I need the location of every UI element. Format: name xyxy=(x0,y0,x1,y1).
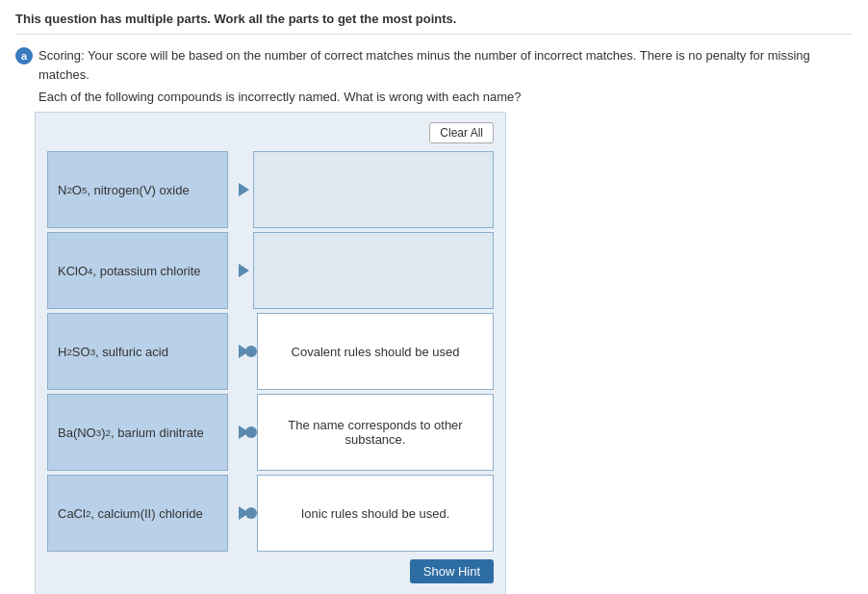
question-prompt: Each of the following compounds is incor… xyxy=(38,90,853,104)
target-item-2[interactable] xyxy=(253,232,494,309)
arrow-kclo4 xyxy=(228,264,249,277)
top-notice: This question has multiple parts. Work a… xyxy=(15,12,853,35)
target-item-3[interactable]: Covalent rules should be used xyxy=(257,313,494,390)
source-row-h2so3[interactable]: H2SO3, sulfuric acid xyxy=(47,313,249,390)
source-item-n2o5[interactable]: N2O5, nitrogen(V) oxide xyxy=(47,151,228,228)
source-row-cacl2[interactable]: CaCl2, calcium(II) chloride xyxy=(47,475,249,552)
match-container: Clear All N2O5, nitrogen(V) oxide KClO xyxy=(35,112,506,594)
target-row-5[interactable]: Ionic rules should be used. xyxy=(253,475,494,552)
source-row-bano3[interactable]: Ba(NO3)2, barium dinitrate xyxy=(47,394,249,471)
source-item-cacl2[interactable]: CaCl2, calcium(II) chloride xyxy=(47,475,228,552)
target-item-5[interactable]: Ionic rules should be used. xyxy=(257,475,494,552)
source-row-n2o5[interactable]: N2O5, nitrogen(V) oxide xyxy=(47,151,249,228)
dot-connector-3 xyxy=(245,346,257,357)
target-row-4[interactable]: The name corresponds to other substance. xyxy=(253,394,494,471)
target-item-1[interactable] xyxy=(253,151,494,228)
match-area: N2O5, nitrogen(V) oxide KClO4, potassium… xyxy=(47,151,494,554)
source-item-kclo4[interactable]: KClO4, potassium chlorite xyxy=(47,232,228,309)
target-row-2[interactable] xyxy=(253,232,494,309)
arrow-n2o5 xyxy=(228,183,249,196)
target-row-3[interactable]: Covalent rules should be used xyxy=(253,313,494,390)
source-row-kclo4[interactable]: KClO4, potassium chlorite xyxy=(47,232,249,309)
target-item-4[interactable]: The name corresponds to other substance. xyxy=(257,394,494,471)
badge-a: a xyxy=(15,47,33,65)
scoring-text: Scoring: Your score will be based on the… xyxy=(38,46,853,84)
source-item-bano3[interactable]: Ba(NO3)2, barium dinitrate xyxy=(47,394,228,471)
dot-connector-5 xyxy=(245,507,257,519)
source-item-h2so3[interactable]: H2SO3, sulfuric acid xyxy=(47,313,228,390)
dot-connector-4 xyxy=(245,426,257,438)
clear-all-button[interactable]: Clear All xyxy=(429,122,494,143)
target-row-1[interactable] xyxy=(253,151,494,228)
show-hint-button[interactable]: Show Hint xyxy=(410,559,494,583)
